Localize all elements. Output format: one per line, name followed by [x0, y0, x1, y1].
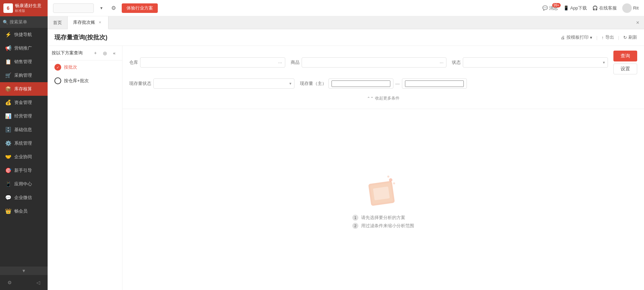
collapse-more-btn[interactable]: ⌃⌃ 收起更多条件: [129, 93, 637, 104]
sidebar-item-finance[interactable]: 💰 资金管理: [0, 96, 48, 109]
app-download-btn[interactable]: 📱 App下载: [563, 5, 587, 11]
sidebar-item-marketing[interactable]: 📢 营销推广: [0, 41, 48, 55]
topbar-search-input[interactable]: [53, 3, 94, 13]
plus-icon: ＋: [93, 50, 98, 56]
sidebar-header-text: 畅康通好生意 标准版: [15, 3, 41, 13]
main-content: ▾ ⚙ 体验行业方案 💬 消息 99+ 📱 App下载 🎧 在线客服 Rit: [48, 0, 644, 290]
export-icon: ↑: [601, 35, 604, 40]
sidebar-item-purchase[interactable]: 🛒 采购管理: [0, 69, 48, 82]
query-button[interactable]: 查询: [613, 51, 637, 61]
sidebar-item-label: 系统管理: [14, 140, 32, 146]
print-dropdown-icon[interactable]: ▾: [590, 35, 592, 40]
sidebar-item-label: 企业微信: [14, 195, 32, 201]
filter-area: 仓库 ··· 商品 ···: [122, 46, 644, 109]
collapse-sidebar-btn[interactable]: ◁: [33, 278, 43, 287]
collapse-up-icon: ⌃⌃: [367, 96, 374, 101]
add-scheme-btn[interactable]: ＋: [91, 49, 99, 57]
sidebar-item-label: 快捷导航: [14, 32, 32, 38]
tabbar: 首页 库存批次账 × ×: [48, 16, 644, 29]
sidebar-item-system[interactable]: ⚙️ 系统管理: [0, 137, 48, 150]
online-service-label: 在线客服: [599, 5, 617, 11]
sidebar-item-wechat[interactable]: 💬 企业微信: [0, 191, 48, 204]
sidebar: 6 畅康通好生意 标准版 🔍 搜索菜单 ⚡ 快捷导航 📢 营销推广 📋 销售管理…: [0, 0, 48, 290]
inventory-status-select[interactable]: ▾: [153, 78, 294, 89]
qty-max-text[interactable]: [405, 80, 464, 87]
qty-label: 现存量（主）: [300, 80, 326, 87]
settings-footer-btn[interactable]: ⚙: [5, 278, 14, 287]
warehouse-more-icon[interactable]: ···: [278, 60, 282, 65]
purchase-icon: 🛒: [5, 72, 12, 79]
sidebar-item-newbie[interactable]: 🎯 新手引导: [0, 164, 48, 177]
empty-illustration: [363, 170, 404, 211]
collapse-panel-btn[interactable]: «: [111, 49, 118, 57]
svg-point-3: [389, 178, 392, 182]
tab-close-btn[interactable]: ×: [97, 20, 103, 25]
tab-inventory-batch-label: 库存批次账: [73, 19, 95, 25]
user-btn[interactable]: Rit: [622, 3, 639, 13]
scheme-item-by-batch[interactable]: ✓ 按批次: [48, 60, 122, 74]
left-panel-header-actions: ＋ ◎ «: [91, 49, 118, 57]
filter-row-1: 仓库 ··· 商品 ···: [129, 51, 637, 74]
page-title: 现存量查询(按批次): [54, 33, 107, 41]
product-text-input[interactable]: [305, 60, 438, 65]
refresh-btn[interactable]: ↻ 刷新: [623, 34, 637, 40]
export-btn[interactable]: ↑ 导出: [601, 34, 614, 40]
content-area: 现存量查询(按批次) 🖨 按模板打印 ▾ | ↑ 导出 | ↻ 刷新: [48, 29, 644, 290]
sidebar-scroll-down[interactable]: ▼: [0, 267, 48, 275]
warehouse-text-input[interactable]: [143, 60, 277, 65]
qty-min-text[interactable]: [332, 80, 390, 87]
status-select[interactable]: ▾: [463, 57, 608, 68]
qty-min-input[interactable]: [328, 78, 393, 89]
topbar-gear-btn[interactable]: ⚙: [109, 3, 118, 13]
sidebar-item-label: 新手引导: [14, 167, 32, 174]
svg-point-5: [387, 176, 389, 178]
finance-icon: 💰: [5, 99, 12, 106]
inventory-icon: 📦: [5, 86, 12, 92]
product-filter: 商品 ···: [291, 57, 447, 68]
wechat-icon: 💬: [5, 194, 12, 201]
scheme-item-by-warehouse-batch[interactable]: 按仓库+批次: [48, 74, 122, 88]
scheme-label: 按仓库+批次: [64, 78, 89, 84]
sidebar-search[interactable]: 🔍 搜索菜单: [0, 16, 48, 28]
sidebar-item-quick-nav[interactable]: ⚡ 快捷导航: [0, 28, 48, 41]
online-service-btn[interactable]: 🎧 在线客服: [592, 5, 617, 11]
warehouse-input[interactable]: ···: [140, 57, 285, 68]
scheme-settings-btn[interactable]: ◎: [101, 49, 108, 57]
hint-2-text: 用过滤条件来缩小分析范围: [361, 223, 414, 229]
sidebar-item-operation[interactable]: 📊 经营管理: [0, 109, 48, 123]
page-header-actions: 🖨 按模板打印 ▾ | ↑ 导出 | ↻ 刷新: [561, 34, 637, 40]
tab-inventory-batch[interactable]: 库存批次账 ×: [68, 16, 108, 29]
inventory-status-filter: 现存量状态 ▾: [129, 78, 294, 89]
product-more-icon[interactable]: ···: [440, 60, 444, 65]
trial-btn[interactable]: 体验行业方案: [122, 3, 158, 13]
tab-panel-close-btn[interactable]: ×: [636, 20, 639, 26]
sidebar-item-sales[interactable]: 📋 销售管理: [0, 55, 48, 69]
sidebar-item-app-center[interactable]: 📱 应用中心: [0, 177, 48, 191]
topbar: ▾ ⚙ 体验行业方案 💬 消息 99+ 📱 App下载 🎧 在线客服 Rit: [48, 0, 644, 16]
sidebar-item-basic[interactable]: 🗄️ 基础信息: [0, 123, 48, 137]
collapse-more-label: 收起更多条件: [375, 95, 400, 101]
main-layout: 按以下方案查询 ＋ ◎ « ✓ 按批次: [48, 46, 644, 290]
qty-max-input[interactable]: [402, 78, 467, 89]
phone-icon: 📱: [563, 5, 569, 11]
sidebar-item-enterprise[interactable]: 🤝 企业协同: [0, 150, 48, 164]
message-icon: 💬: [542, 5, 548, 11]
chevron-left-icon: «: [113, 51, 115, 56]
product-input[interactable]: ···: [302, 57, 447, 68]
empty-icon: [363, 170, 404, 211]
sidebar-item-inventory[interactable]: 📦 库存核算: [0, 82, 48, 96]
avatar: [622, 3, 632, 13]
messages-btn[interactable]: 💬 消息 99+: [542, 5, 558, 11]
sidebar-item-label: 营销推广: [14, 45, 32, 51]
sidebar-item-label: 采购管理: [14, 72, 32, 78]
marketing-icon: 📢: [5, 45, 12, 52]
settings-button[interactable]: 设置: [613, 64, 637, 74]
topbar-dropdown-btn[interactable]: ▾: [97, 4, 105, 12]
product-label: 商品: [291, 59, 300, 66]
sidebar-item-label: 库存核算: [14, 86, 32, 92]
sales-icon: 📋: [5, 58, 12, 65]
tab-home[interactable]: 首页: [48, 16, 68, 29]
scheme-radio: [54, 77, 61, 84]
print-btn[interactable]: 🖨 按模板打印 ▾: [561, 34, 592, 40]
sidebar-item-member[interactable]: 👑 畅会员: [0, 204, 48, 218]
